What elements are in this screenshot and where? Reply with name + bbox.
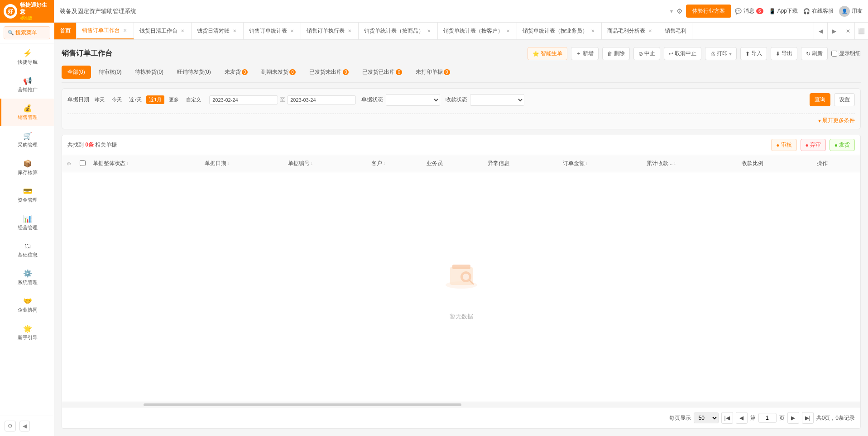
expand-toggle[interactable]: ▾ 展开更多条件: [818, 117, 855, 124]
page-next-btn[interactable]: ▶: [787, 412, 799, 424]
tab-close-stat-customer[interactable]: ✕: [505, 28, 511, 34]
tab-close-sales-order[interactable]: ✕: [122, 28, 128, 33]
smart-create-button[interactable]: ⭐ 智能生单: [528, 47, 567, 60]
page-last-btn[interactable]: ▶|: [802, 412, 814, 424]
tab-cash-daily[interactable]: 钱货日清工作台 ✕: [134, 23, 192, 39]
date-from-input[interactable]: [209, 95, 278, 104]
online-service-btn[interactable]: 🎧 在线客服: [803, 7, 834, 15]
tab-close-cash-reconcile[interactable]: ✕: [231, 28, 238, 34]
tab-sales-stat-customer[interactable]: 销货单统计表（按客户） ✕: [438, 23, 517, 39]
filter-tab-unprinted[interactable]: 未打印单据0: [410, 66, 456, 79]
tab-close-cash-daily[interactable]: ✕: [179, 28, 186, 34]
tab-close-sales-exec[interactable]: ✕: [346, 28, 353, 34]
status-select[interactable]: [386, 94, 440, 106]
message-btn[interactable]: 💬 消息 6: [735, 7, 763, 15]
tab-gross-margin[interactable]: 商品毛利分析表 ✕: [602, 23, 659, 39]
data-table: ⚙ 单据整体状态↕ 单据日期↕ 单据编号↕ 客户↕ 业务员 异常信息 订单金额↕…: [62, 155, 860, 172]
filter-tab-shipped-no-out[interactable]: 已发货未出库0: [303, 66, 355, 79]
sidebar-item-sales[interactable]: 💰 销售管理: [0, 99, 54, 126]
table-wrapper: 共找到 0条 相关单据 ● 审核 ● 弃审 ● 发货: [62, 135, 861, 429]
filter-tab-inspect[interactable]: 待拣验货(0): [129, 66, 169, 79]
tab-sales-order[interactable]: 销售订单工作台 ✕: [77, 23, 134, 39]
date-7days-btn[interactable]: 近7天: [126, 95, 144, 104]
experience-btn[interactable]: 体验行业方案: [686, 5, 731, 18]
sidebar-item-operations[interactable]: 📊 经营管理: [0, 209, 54, 237]
user-menu[interactable]: 👤 用友: [839, 6, 863, 17]
tab-sales-more[interactable]: 销售毛利: [659, 23, 692, 39]
settings-icon[interactable]: ⚙: [676, 7, 682, 15]
svg-text:好: 好: [7, 8, 14, 14]
sidebar-item-enterprise[interactable]: 🤝 企业协同: [0, 291, 54, 319]
page-input[interactable]: [758, 413, 777, 423]
cancel-stop-button[interactable]: ↩ 取消中止: [664, 47, 701, 60]
refresh-button[interactable]: ↻ 刷新: [801, 47, 828, 60]
tab-close-stat-staff[interactable]: ✕: [590, 28, 596, 34]
tab-cash-reconcile[interactable]: 钱货日清对账 ✕: [192, 23, 244, 39]
sidebar-item-marketing[interactable]: 📢 营销推广: [0, 71, 54, 99]
payment-select[interactable]: [470, 94, 524, 106]
search-menu-button[interactable]: 🔍 搜索菜单: [4, 26, 50, 39]
tab-close-gross-margin[interactable]: ✕: [647, 28, 653, 34]
date-month-btn[interactable]: 近1月: [146, 95, 164, 104]
page-actions: ⭐ 智能生单 ＋ 新增 🗑 删除 ⊘ 中止 ↩ 取消中止: [528, 47, 861, 60]
filter-tab-wangpu[interactable]: 旺铺待发货(0): [171, 66, 217, 79]
sidebar-item-newbie[interactable]: 🌟 新手引导: [0, 319, 54, 346]
revoke-button[interactable]: ● 弃审: [801, 139, 826, 151]
tab-close-sales-stat[interactable]: ✕: [289, 28, 295, 34]
settings-footer-button[interactable]: ⚙: [5, 421, 16, 431]
export-icon: ⬇: [776, 51, 780, 57]
add-button[interactable]: ＋ 新增: [571, 47, 599, 60]
payment-field: 收款状态: [446, 94, 524, 106]
sidebar-item-base[interactable]: 🗂 基础信息: [0, 237, 54, 264]
delete-icon: 🗑: [607, 51, 613, 57]
date-custom-btn[interactable]: 自定义: [183, 95, 204, 104]
delete-button[interactable]: 🗑 删除: [602, 47, 630, 60]
audit-button[interactable]: ● 审核: [771, 139, 796, 151]
count-number: 0条: [85, 142, 94, 148]
tab-sales-stat[interactable]: 销售订单统计表 ✕: [244, 23, 301, 39]
print-button[interactable]: 🖨 打印 ▾: [705, 47, 737, 60]
ship-button[interactable]: ● 发货: [830, 139, 855, 151]
tab-sales-stat-product[interactable]: 销货单统计表（按商品） ✕: [359, 23, 438, 39]
sidebar-item-purchase[interactable]: 🛒 采购管理: [0, 126, 54, 154]
export-button[interactable]: ⬇ 导出: [771, 47, 797, 60]
date-more-btn[interactable]: 更多: [166, 95, 182, 104]
sidebar-item-inventory[interactable]: 📦 库存核算: [0, 154, 54, 181]
show-detail-check[interactable]: [831, 51, 837, 57]
date-to-input[interactable]: [287, 95, 356, 104]
filter-tab-all[interactable]: 全部(0): [62, 66, 91, 79]
tab-home[interactable]: 首页: [54, 23, 77, 39]
date-today-btn[interactable]: 今天: [109, 95, 125, 104]
collapse-sidebar-button[interactable]: ◀: [19, 421, 30, 431]
settings-search-button[interactable]: 设置: [834, 93, 855, 106]
show-detail-checkbox[interactable]: 显示明细: [831, 50, 861, 57]
sidebar-item-system[interactable]: ⚙️ 系统管理: [0, 264, 54, 291]
page-first-btn[interactable]: |◀: [721, 412, 733, 424]
tab-sales-stat-staff[interactable]: 销货单统计表（按业务员） ✕: [517, 23, 602, 39]
filter-tab-expired[interactable]: 到期未发货0: [255, 66, 302, 79]
filter-tab-pending[interactable]: 待审核(0): [93, 66, 128, 79]
stop-button[interactable]: ⊘ 中止: [633, 47, 660, 60]
horizontal-scrollbar[interactable]: [62, 402, 860, 407]
page-prev-btn[interactable]: ◀: [736, 412, 748, 424]
scrollbar-thumb[interactable]: [144, 403, 461, 406]
app-download-btn[interactable]: 📱 App下载: [769, 7, 798, 15]
date-yesterday-btn[interactable]: 昨天: [92, 95, 107, 104]
sidebar-item-finance[interactable]: 💳 资金管理: [0, 181, 54, 209]
import-button[interactable]: ⬆ 导入: [740, 47, 767, 60]
tab-scroll-left[interactable]: ◀: [814, 23, 827, 40]
tab-scroll-right[interactable]: ▶: [827, 23, 841, 40]
filter-tab-shipped-out[interactable]: 已发货已出库0: [356, 66, 408, 79]
tab-maximize[interactable]: ⬜: [854, 23, 868, 40]
th-settings[interactable]: ⚙: [62, 155, 76, 172]
per-page-select[interactable]: 50 10 20 100: [694, 412, 719, 423]
pagination: 每页显示 50 10 20 100 |◀ ◀ 第 页 ▶ ▶| 共0页，0条记录: [62, 407, 860, 428]
sidebar-item-quicknav[interactable]: ⚡ 快捷导航: [0, 43, 54, 71]
tab-close-all[interactable]: ✕: [841, 23, 854, 40]
select-all-checkbox[interactable]: [80, 160, 86, 166]
tab-sales-exec[interactable]: 销售订单执行表 ✕: [301, 23, 359, 39]
search-button[interactable]: 查询: [810, 93, 830, 106]
th-checkbox[interactable]: [76, 155, 89, 172]
filter-tab-unshipped[interactable]: 未发货0: [219, 66, 254, 79]
tab-close-stat-product[interactable]: ✕: [426, 28, 432, 34]
